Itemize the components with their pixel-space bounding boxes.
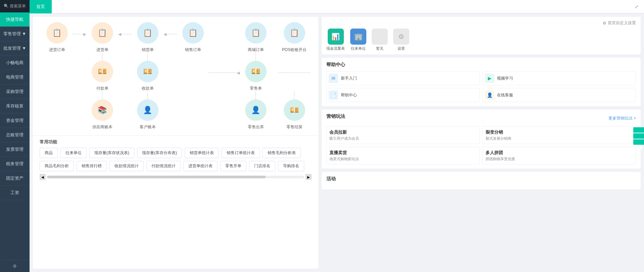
main: 首页 ⤢ 📋 进货订单 ▶ xyxy=(30,0,644,272)
scroll-right-button[interactable]: ▶ xyxy=(306,174,312,180)
customer-icon: 👤 xyxy=(137,99,158,121)
help-item[interactable]: ▶视频学习 xyxy=(482,71,636,85)
quick-access-section: ⚙ 首页自定义设置 📊现金流量表🏢往来单位暂无⚙设置 xyxy=(322,17,641,54)
qa-item[interactable]: 🏢往来单位 xyxy=(350,29,366,51)
help-item[interactable]: ✉新手入门 xyxy=(326,71,480,85)
float-button[interactable]: 桌面快捷 xyxy=(633,139,644,145)
function-button[interactable]: 销售排行榜 xyxy=(77,161,107,171)
marketing-item-title: 会员拉新 xyxy=(329,129,477,135)
sidebar-item[interactable]: 采购管理 xyxy=(0,85,30,99)
sidebar-settings[interactable]: ⚙ xyxy=(0,260,30,272)
more-marketing-link[interactable]: 更多营销玩法 > xyxy=(608,116,636,121)
jinhuo-order-icon: 📋 xyxy=(46,22,68,44)
marketing-item[interactable]: 多人拼团拼团购物享受优惠 xyxy=(482,147,636,165)
flow-node-xiaohuo[interactable]: 📋 销货单 xyxy=(132,22,164,53)
qa-settings-label[interactable]: 首页自定义设置 xyxy=(608,20,636,26)
flow-node-collect[interactable]: 💴 收款单 xyxy=(132,61,164,91)
common-functions-title: 常用功能 xyxy=(40,139,312,145)
sidebar-item[interactable]: 小畅电商 xyxy=(0,56,30,70)
content-area: 📋 进货订单 ▶ 📋 进货单 ◀ xyxy=(30,13,644,272)
flow-node-mall-order[interactable]: 📋 商城订单 xyxy=(240,22,272,53)
qa-item[interactable]: 暂无 xyxy=(372,29,388,51)
function-button[interactable]: 进货单统计表 xyxy=(183,161,218,171)
function-button[interactable]: 销货单统计表 xyxy=(185,148,219,158)
marketing-item-title: 裂变分销 xyxy=(486,129,633,135)
vlines-row2 xyxy=(41,91,310,99)
tab-home[interactable]: 首页 xyxy=(30,0,52,13)
sidebar-item[interactable]: 发票管理 xyxy=(0,142,30,157)
flow-node-pay[interactable]: 💴 付款单 xyxy=(86,61,118,91)
vline-pay xyxy=(102,91,102,99)
scroll-track[interactable] xyxy=(47,176,304,178)
retail-settle-icon: 💴 xyxy=(284,99,305,121)
function-button[interactable]: 收款情况统计 xyxy=(109,161,144,171)
sidebar-nav-item[interactable]: 快捷导航 xyxy=(0,12,30,27)
float-button[interactable]: 服务社区 xyxy=(633,133,644,139)
sidebar-item[interactable]: 税务管理 xyxy=(0,157,30,171)
sidebar-item[interactable]: 工资 xyxy=(0,186,30,200)
marketing-item[interactable]: 会员拉新吸引用户成为会员 xyxy=(326,126,480,144)
flow-node-jinhuo-order[interactable]: 📋 进货订单 xyxy=(41,22,73,53)
sidebar-search-label: 搜索菜单 xyxy=(10,4,26,8)
marketing-item[interactable]: 裂变分销裂式发展分销商 xyxy=(482,126,636,144)
flow-row-2: 💴 付款单 💴 收款单 ◀ 💴 xyxy=(41,61,310,91)
flow-node-jinhuo[interactable]: 📋 进货单 xyxy=(86,22,118,53)
qa-item[interactable]: 📊现金流量表 xyxy=(326,29,345,51)
marketing-header: 营销玩法 更多营销玩法 > xyxy=(326,114,636,123)
flow-diagram: 📋 进货订单 ▶ 📋 进货单 ◀ xyxy=(33,17,318,135)
function-button[interactable]: 往来单位 xyxy=(60,148,87,158)
flow-node-pos[interactable]: 📋 POS收银开台 xyxy=(278,22,310,53)
qa-item-label: 往来单位 xyxy=(351,46,366,51)
flow-node-sale-order[interactable]: 📋 销售订单 xyxy=(177,22,209,53)
qa-item-label: 设置 xyxy=(398,46,405,51)
help-item-label: 新手入门 xyxy=(341,76,357,81)
function-button[interactable]: 销售毛利分析表 xyxy=(263,148,301,158)
sidebar-search[interactable]: 🔍 搜索菜单 xyxy=(0,0,30,12)
help-item[interactable]: 📄帮助中心 xyxy=(326,88,480,102)
sidebar-item[interactable]: 总账管理 xyxy=(0,128,30,142)
help-item-label: 在线客服 xyxy=(497,92,513,98)
gear-icon: ⚙ xyxy=(13,264,17,269)
marketing-title: 营销玩法 xyxy=(326,114,345,120)
function-button[interactable]: 现存量(库存状况表) xyxy=(89,148,134,158)
function-button[interactable]: 门店排名 xyxy=(249,161,275,171)
help-item-icon: 👤 xyxy=(485,90,494,100)
qa-icons: 📊现金流量表🏢往来单位暂无⚙设置 xyxy=(326,29,636,51)
retail-icon: 💴 xyxy=(245,61,267,82)
function-button[interactable]: 销售订单统计表 xyxy=(222,148,260,158)
help-center-title: 帮助中心 xyxy=(326,62,636,68)
function-button[interactable]: 商品 xyxy=(40,148,58,158)
flow-node-customer[interactable]: 👤 客户账本 xyxy=(132,99,164,130)
help-item-icon: 📄 xyxy=(329,90,338,100)
fullscreen-button[interactable]: ⤢ xyxy=(633,3,640,11)
float-button[interactable]: 客服热线 xyxy=(633,127,644,133)
function-button[interactable]: 商品毛利分析 xyxy=(40,161,74,171)
pos-icon: 📋 xyxy=(284,22,305,44)
activity-section: 活动 xyxy=(322,172,641,189)
scroll-left-button[interactable]: ◀ xyxy=(40,174,46,180)
scroll-thumb xyxy=(47,176,266,178)
sidebar-item[interactable]: 固定资产 xyxy=(0,171,30,186)
vline-mall xyxy=(256,53,256,61)
pay-icon: 💴 xyxy=(92,61,113,82)
sidebar-item[interactable]: 电商管理 xyxy=(0,70,30,85)
function-button[interactable]: 导购排名 xyxy=(278,161,304,171)
help-item[interactable]: 👤在线客服 xyxy=(482,88,636,102)
flow-node-supplier[interactable]: 📚 供应商账本 xyxy=(86,99,118,130)
qa-item[interactable]: ⚙设置 xyxy=(393,29,409,51)
flow-node-retail-settle[interactable]: 💴 零售结算 xyxy=(278,99,310,130)
function-button[interactable]: 付款情况统计 xyxy=(146,161,181,171)
function-button[interactable]: 零售开单 xyxy=(220,161,246,171)
mall-order-icon: 📋 xyxy=(245,22,267,44)
help-items-grid: ✉新手入门▶视频学习📄帮助中心👤在线客服 xyxy=(326,71,636,102)
flow-node-retail[interactable]: 💴 零售单 xyxy=(240,61,272,91)
function-button[interactable]: 现存量(库存分布表) xyxy=(137,148,182,158)
sidebar-item[interactable]: 库存核算 xyxy=(0,99,30,114)
flow-node-retail-out[interactable]: 👤 零售出库 xyxy=(240,99,272,130)
sidebar-item[interactable]: 零售管理 ▼ xyxy=(0,27,30,41)
marketing-item-title: 直播卖货 xyxy=(329,150,477,156)
sidebar-item[interactable]: 批发管理 ▼ xyxy=(0,41,30,56)
vline-pos-down xyxy=(294,91,294,99)
sidebar-item[interactable]: 资金管理 xyxy=(0,114,30,128)
marketing-item[interactable]: 直播卖货场景式购物新玩法 xyxy=(326,147,480,165)
